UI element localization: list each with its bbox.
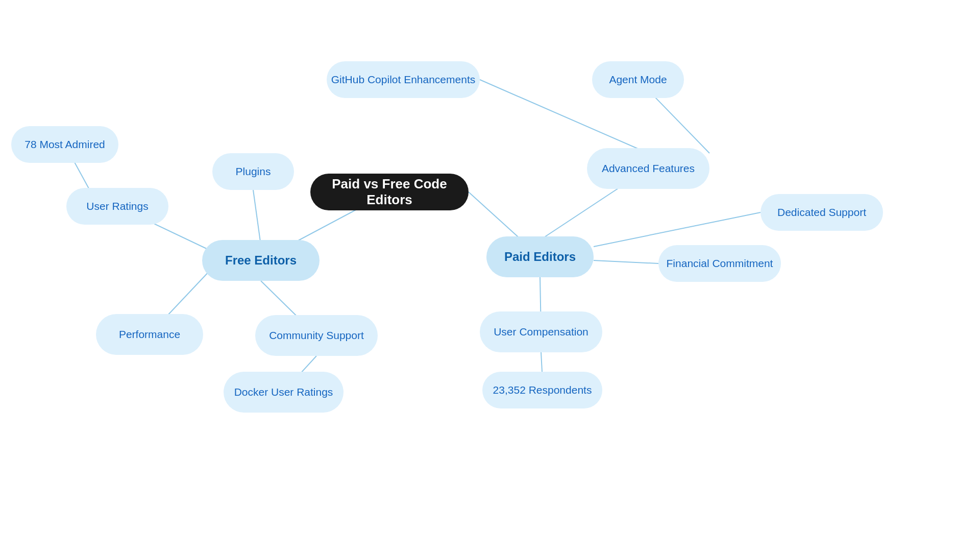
svg-line-2 [253, 190, 261, 245]
respondents-node[interactable]: 23,352 Respondents [482, 372, 602, 408]
plugins-node[interactable]: Plugins [212, 153, 294, 190]
docker-user-ratings-node[interactable]: Docker User Ratings [224, 372, 344, 413]
advanced-features-node[interactable]: Advanced Features [587, 148, 709, 189]
svg-line-11 [594, 212, 761, 247]
svg-line-14 [541, 352, 542, 372]
github-copilot-node[interactable]: GitHub Copilot Enhancements [327, 61, 480, 98]
svg-line-10 [594, 260, 658, 263]
dedicated-support-node[interactable]: Dedicated Support [761, 194, 883, 231]
user-compensation-node[interactable]: User Compensation [480, 311, 602, 352]
community-support-node[interactable]: Community Support [255, 315, 378, 356]
user-ratings-node[interactable]: User Ratings [66, 188, 168, 225]
free-editors-node[interactable]: Free Editors [202, 240, 320, 281]
paid-editors-node[interactable]: Paid Editors [486, 236, 594, 277]
center-node: Paid vs Free Code Editors [310, 174, 469, 210]
agent-mode-node[interactable]: Agent Mode [592, 61, 684, 98]
financial-commitment-node[interactable]: Financial Commitment [658, 245, 781, 282]
performance-node[interactable]: Performance [96, 314, 203, 355]
most-admired-node[interactable]: 78 Most Admired [11, 126, 118, 163]
